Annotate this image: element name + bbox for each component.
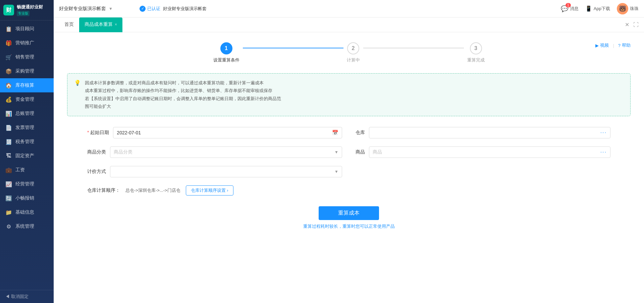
sidebar-item-accounting[interactable]: 📊 总账管理 bbox=[0, 106, 54, 121]
sidebar-item-system[interactable]: ⚙ 系统管理 bbox=[0, 219, 54, 233]
sidebar-item-label: 税务管理 bbox=[15, 139, 34, 145]
tab-bar: 首页 商品成本重算 × ✕ ⛶ bbox=[54, 17, 644, 32]
project-icon: 📋 bbox=[5, 26, 12, 32]
tab-recalc-label: 商品成本重算 bbox=[85, 21, 113, 28]
inventory-icon: 🏠 bbox=[5, 82, 12, 89]
warehouse-ellipsis-icon[interactable]: ··· bbox=[600, 130, 607, 136]
recalc-section: 重算成本 重算过程耗时较长，重算时您可以正常使用产品 bbox=[87, 206, 610, 229]
sidebar-unpin-button[interactable]: ◀ 取消固定 bbox=[0, 290, 54, 303]
warehouse-field: 仓库 ··· bbox=[356, 127, 610, 138]
step-2-label: 计算中 bbox=[347, 57, 360, 63]
message-button[interactable]: 💬 1 消息 bbox=[561, 5, 579, 12]
form-section: 起始日期 2022-07-01 📅 仓库 ··· 商品分 bbox=[67, 127, 631, 229]
goods-placeholder: 商品 bbox=[373, 149, 382, 155]
sidebar-item-label: 基础信息 bbox=[15, 209, 34, 215]
main-area: 好业财专业版演示帐套 ▼ ✓ 已认证 好业财专业版演示帐套 💬 1 消息 📱 A… bbox=[54, 0, 644, 303]
sidebar-item-basic[interactable]: 📁 基础信息 bbox=[0, 205, 54, 219]
sidebar-nav: 📋 项目顾问 🎁 营销推广 🛒 销售管理 📦 采购管理 🏠 库存核算 💰 资金管… bbox=[0, 20, 54, 290]
question-icon: ? bbox=[618, 43, 621, 48]
info-line-4: 围可能会扩大 bbox=[85, 102, 281, 110]
sidebar-item-label: 发票管理 bbox=[15, 125, 34, 131]
warehouse-order-row: 仓库计算顺序： 总仓->深圳仓库->...->门店仓 仓库计算顺序设置 › bbox=[87, 185, 610, 196]
pricing-chevron-icon: ▼ bbox=[334, 169, 338, 174]
logo-subtitle: 专业版 bbox=[17, 11, 30, 16]
accounting-icon: 📊 bbox=[5, 110, 12, 117]
tab-recalc[interactable]: 商品成本重算 × bbox=[79, 17, 122, 32]
warehouse-input[interactable]: ··· bbox=[369, 127, 610, 138]
assets-icon: 🏗 bbox=[5, 153, 12, 159]
invoice-icon: 📄 bbox=[5, 124, 12, 131]
form-row-2: 商品分类 商品分类 ▼ 商品 商品 ··· bbox=[87, 146, 610, 158]
user-name: 珠珠 bbox=[630, 6, 639, 12]
system-icon: ⚙ bbox=[5, 223, 12, 230]
sidebar-item-inventory[interactable]: 🏠 库存核算 bbox=[0, 78, 54, 92]
tab-close-icon[interactable]: × bbox=[115, 22, 117, 27]
sidebar-item-salary[interactable]: 💼 工资 bbox=[0, 163, 54, 177]
close-panel-icon[interactable]: ✕ bbox=[625, 21, 629, 28]
tab-actions: ✕ ⛶ bbox=[625, 21, 639, 28]
tab-home-label: 首页 bbox=[64, 21, 74, 28]
sidebar-item-marketing[interactable]: 🎁 营销推广 bbox=[0, 36, 54, 50]
account-selector[interactable]: 好业财专业版演示帐套 ▼ bbox=[59, 6, 133, 12]
sidebar-item-assets[interactable]: 🏗 固定资产 bbox=[0, 149, 54, 163]
sales-icon: 🛒 bbox=[5, 54, 12, 60]
step-2-circle: 2 bbox=[347, 42, 359, 54]
category-label: 商品分类 bbox=[87, 149, 106, 155]
header-actions: 💬 1 消息 📱 App下载 🐻 珠珠 bbox=[561, 3, 639, 14]
start-date-label: 起始日期 bbox=[87, 130, 109, 136]
expand-panel-icon[interactable]: ⛶ bbox=[633, 22, 639, 28]
finance-icon: 💰 bbox=[5, 96, 12, 103]
pricing-field: 计价方式 ▼ bbox=[87, 166, 342, 177]
sidebar-item-label: 总账管理 bbox=[15, 111, 34, 117]
video-help-button[interactable]: ▶ 视频 bbox=[595, 42, 609, 48]
recalc-button[interactable]: 重算成本 bbox=[319, 206, 379, 220]
warehouse-order-settings-button[interactable]: 仓库计算顺序设置 › bbox=[186, 185, 233, 196]
category-placeholder: 商品分类 bbox=[114, 149, 132, 155]
logo-icon: 财 bbox=[3, 5, 14, 15]
sidebar-item-label: 项目顾问 bbox=[15, 26, 34, 32]
sidebar-item-tax[interactable]: 🧾 税务管理 bbox=[0, 135, 54, 149]
sidebar-item-sales[interactable]: 🛒 销售管理 bbox=[0, 50, 54, 64]
warehouse-label: 仓库 bbox=[356, 130, 365, 136]
sidebar-item-finance[interactable]: 💰 资金管理 bbox=[0, 92, 54, 106]
help-label: 帮助 bbox=[622, 42, 631, 48]
sidebar-item-invoice[interactable]: 📄 发票管理 bbox=[0, 121, 54, 135]
sidebar-item-expense[interactable]: 🔄 小畅报销 bbox=[0, 191, 54, 205]
lightbulb-icon: 💡 bbox=[74, 80, 81, 111]
start-date-field: 起始日期 2022-07-01 📅 bbox=[87, 127, 342, 138]
operations-icon: 📈 bbox=[5, 181, 12, 187]
account-chevron-icon: ▼ bbox=[109, 6, 113, 11]
sidebar-item-purchase[interactable]: 📦 采购管理 bbox=[0, 64, 54, 78]
step-line-2 bbox=[363, 48, 464, 48]
account-select-display[interactable]: 好业财专业版演示帐套 ▼ bbox=[59, 6, 113, 12]
goods-input[interactable]: 商品 ··· bbox=[369, 146, 610, 158]
goods-ellipsis-icon[interactable]: ··· bbox=[600, 149, 607, 155]
step-3-label: 重算完成 bbox=[467, 57, 485, 63]
goods-label: 商品 bbox=[356, 149, 365, 155]
step-line-1 bbox=[243, 48, 343, 48]
logo-title: 畅捷通好业财 bbox=[17, 4, 43, 10]
sidebar-item-label: 采购管理 bbox=[15, 68, 34, 74]
category-select[interactable]: 商品分类 ▼ bbox=[110, 146, 342, 158]
message-badge: 1 bbox=[566, 3, 571, 7]
logo-text-group: 畅捷通好业财 专业版 bbox=[17, 4, 43, 16]
app-download-button[interactable]: 📱 App下载 bbox=[585, 5, 610, 12]
info-line-3: 若【系统设置】中启用了自动调整记账日期时，会调整入库单的整单记账日期，因此重新计… bbox=[85, 95, 281, 102]
app-download-label: App下载 bbox=[594, 6, 610, 12]
info-text: 因成本计算参数调整，或是对商品成本有疑问时，可以通过成本重算功能，重新计算一遍成… bbox=[85, 79, 281, 111]
recalc-hint: 重算过程耗时较长，重算时您可以正常使用产品 bbox=[303, 223, 395, 229]
start-date-input[interactable]: 2022-07-01 📅 bbox=[113, 127, 342, 138]
sidebar-item-operations[interactable]: 📈 经营管理 bbox=[0, 177, 54, 191]
verified-label: 已认证 bbox=[147, 6, 160, 12]
user-profile[interactable]: 🐻 珠珠 bbox=[617, 3, 639, 14]
verified-badge: ✓ 已认证 好业财专业版演示帐套 bbox=[140, 6, 207, 12]
sidebar-item-project[interactable]: 📋 项目顾问 bbox=[0, 22, 54, 36]
message-label: 消息 bbox=[570, 6, 579, 12]
stepper-help: ▶ 视频 | ? 帮助 bbox=[595, 42, 631, 48]
pricing-select[interactable]: ▼ bbox=[110, 166, 342, 177]
basic-icon: 📁 bbox=[5, 209, 12, 216]
tab-home[interactable]: 首页 bbox=[59, 17, 79, 32]
calendar-icon[interactable]: 📅 bbox=[332, 130, 338, 136]
help-button[interactable]: ? 帮助 bbox=[618, 42, 631, 48]
sidebar-item-label: 经营管理 bbox=[15, 181, 34, 187]
